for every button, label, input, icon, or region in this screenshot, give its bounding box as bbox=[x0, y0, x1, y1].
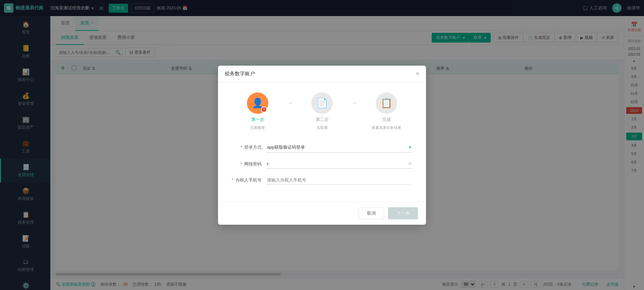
step-3-icon-wrap: 📋 bbox=[376, 92, 397, 114]
login-method-dropdown-icon: ▾ bbox=[409, 145, 411, 150]
taxpayer-phone-wrapper bbox=[266, 175, 413, 185]
step-arrow-1: → bbox=[284, 92, 296, 107]
step-1-label: 第一步 bbox=[251, 117, 264, 123]
login-method-wrapper: app获取验证码登录 ▾ bbox=[266, 142, 413, 153]
eye-icon[interactable]: 👁 bbox=[408, 161, 413, 166]
step-arrow-2: → bbox=[348, 92, 360, 107]
step-2-icon-wrap: 📄 bbox=[311, 92, 333, 114]
step-2-label: 第二步 bbox=[316, 117, 329, 123]
step-3-label: 完成 bbox=[382, 117, 391, 123]
dialog-header: 税务数字账户 × bbox=[218, 66, 426, 82]
step-3: 📋 完成 查看具体任务结果 bbox=[360, 92, 413, 130]
tax-digital-dialog: 税务数字账户 × 👤 ! 第一步 完善账密 → bbox=[218, 66, 426, 225]
step-1-desc: 完善账密 bbox=[250, 125, 265, 130]
dialog-footer: 取消 下一步 bbox=[218, 202, 426, 225]
password-input[interactable] bbox=[266, 159, 408, 168]
step-3-icon: 📋 bbox=[381, 97, 392, 108]
step-2-icon: 📄 bbox=[316, 97, 328, 108]
step-3-desc: 查看具体任务结果 bbox=[372, 125, 401, 130]
step-1-icon-wrap: 👤 ! bbox=[247, 92, 268, 114]
steps-indicator: 👤 ! 第一步 完善账密 → 📄 第二步 去取票 → bbox=[231, 92, 413, 130]
login-method-label: * 登录方式 bbox=[231, 144, 262, 150]
password-wrapper: 👁 bbox=[266, 159, 413, 169]
dialog-body: 👤 ! 第一步 完善账密 → 📄 第二步 去取票 → bbox=[218, 82, 426, 202]
login-method-row: * 登录方式 app获取验证码登录 ▾ bbox=[231, 142, 413, 153]
password-label: * 网报密码 bbox=[231, 161, 262, 167]
taxpayer-phone-input[interactable] bbox=[266, 175, 413, 185]
taxpayer-phone-row: * 办税人手机号 bbox=[231, 175, 413, 185]
modal-overlay[interactable]: 税务数字账户 × 👤 ! 第一步 完善账密 → bbox=[0, 0, 644, 290]
step-1-icon: 👤 bbox=[252, 97, 264, 108]
password-row: * 网报密码 👁 bbox=[231, 159, 413, 169]
step-1: 👤 ! 第一步 完善账密 bbox=[231, 92, 284, 130]
login-method-select[interactable]: app获取验证码登录 ▾ bbox=[266, 142, 413, 152]
taxpayer-phone-label: * 办税人手机号 bbox=[231, 177, 262, 183]
dialog-title: 税务数字账户 bbox=[225, 71, 255, 77]
dialog-close-button[interactable]: × bbox=[416, 70, 419, 77]
cancel-button[interactable]: 取消 bbox=[359, 207, 384, 219]
step-2-desc: 去取票 bbox=[317, 125, 328, 130]
step-1-error-badge: ! bbox=[261, 106, 267, 113]
next-step-button[interactable]: 下一步 bbox=[388, 207, 418, 219]
step-2: 📄 第二步 去取票 bbox=[296, 92, 348, 130]
